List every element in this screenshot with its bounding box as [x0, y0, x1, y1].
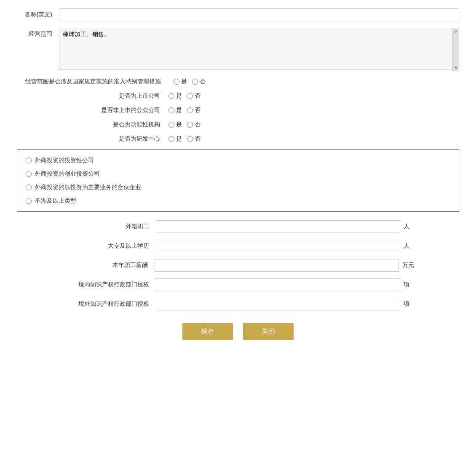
scrollbar: ∧ ∨ [452, 28, 459, 71]
investment-type-radio-2[interactable] [26, 184, 32, 190]
college-edu-label: 大专及以上学历 [63, 242, 156, 250]
functional-org-row: 是否为功能性机构 是 否 [17, 121, 459, 128]
listed-no-option[interactable]: 否 [187, 92, 201, 100]
rd-center-yes-option[interactable]: 是 [168, 135, 182, 143]
foreign-staff-input[interactable] [156, 220, 400, 233]
investment-type-radio-1[interactable] [26, 171, 32, 177]
college-edu-unit: 人 [400, 242, 413, 250]
domestic-ip-label: 境内知识产权行政部门授权 [63, 281, 156, 289]
special-mgmt-radio-group: 是 否 [174, 78, 206, 86]
rd-center-no-radio[interactable] [187, 136, 193, 142]
name-en-control [59, 8, 459, 21]
form-container: 各称(英文) 经营范围 棒球加工、销售。 ∧ ∨ 经营范围是否涉及国家规定实施的… [17, 8, 459, 348]
listed-yes-radio[interactable] [168, 93, 174, 99]
non-listed-public-no-option[interactable]: 否 [187, 107, 201, 114]
name-en-label: 各称(英文) [17, 8, 59, 19]
rd-center-label: 是否为研发中心 [101, 135, 168, 143]
investment-type-label-3: 不涉及以上类型 [35, 197, 76, 205]
special-mgmt-yes-radio[interactable] [174, 79, 179, 85]
foreign-staff-row: 外籍职工 人 [17, 220, 459, 233]
salary-unit: 万元 [399, 262, 414, 269]
scroll-down-icon[interactable]: ∨ [453, 64, 459, 71]
non-listed-public-yes-radio[interactable] [168, 107, 174, 113]
listed-no-label: 否 [195, 92, 201, 100]
functional-org-no-radio[interactable] [187, 122, 193, 128]
functional-org-yes-radio[interactable] [168, 122, 174, 128]
business-scope-label: 经营范围 [17, 28, 59, 38]
non-listed-public-yes-option[interactable]: 是 [168, 107, 182, 114]
rd-center-yes-label: 是 [176, 135, 182, 143]
foreign-ip-unit: 项 [400, 300, 413, 308]
scroll-up-icon[interactable]: ∧ [453, 28, 459, 35]
non-listed-public-radio-group: 是 否 [168, 107, 201, 114]
investment-type-item-2: 外商投资的以投资为主要业务的合伙企业 [26, 184, 450, 191]
business-scope-row: 经营范围 棒球加工、销售。 ∧ ∨ [17, 28, 459, 71]
investment-type-box: 外商投资的投资性公司 外商投资的创业投资公司 外商投资的以投资为主要业务的合伙企… [17, 150, 459, 212]
button-row: 保存 关闭 [17, 323, 459, 348]
special-mgmt-no-label: 否 [200, 78, 206, 86]
non-listed-public-yes-label: 是 [176, 107, 182, 114]
foreign-staff-label: 外籍职工 [63, 223, 156, 230]
close-button[interactable]: 关闭 [243, 323, 294, 340]
investment-type-item-0: 外商投资的投资性公司 [26, 157, 450, 164]
salary-label: 本年职工薪酬 [62, 262, 155, 269]
rd-center-radio-group: 是 否 [168, 135, 201, 143]
foreign-ip-row: 境外知识产权行政部门授权 项 [17, 298, 459, 310]
investment-type-label-0: 外商投资的投资性公司 [35, 157, 94, 164]
non-listed-public-label: 是否非上市的公众公司 [101, 107, 168, 114]
functional-org-no-label: 否 [195, 121, 201, 128]
business-scope-control: 棒球加工、销售。 ∧ ∨ [59, 28, 459, 71]
domestic-ip-unit: 项 [400, 281, 413, 289]
special-mgmt-no-radio[interactable] [192, 79, 198, 85]
salary-row: 本年职工薪酬 万元 [17, 259, 459, 272]
listed-no-radio[interactable] [187, 93, 193, 99]
listed-radio-group: 是 否 [168, 92, 201, 100]
investment-type-radio-3[interactable] [26, 198, 32, 204]
functional-org-no-option[interactable]: 否 [187, 121, 201, 128]
domestic-ip-row: 境内知识产权行政部门授权 项 [17, 278, 459, 291]
special-mgmt-yes-label: 是 [181, 78, 187, 86]
investment-type-label-2: 外商投资的以投资为主要业务的合伙企业 [35, 184, 141, 191]
listed-yes-option[interactable]: 是 [168, 92, 182, 100]
non-listed-public-no-radio[interactable] [187, 107, 193, 113]
listed-label: 是否为上市公司 [101, 92, 168, 100]
foreign-staff-unit: 人 [400, 223, 413, 230]
special-mgmt-no-option[interactable]: 否 [192, 78, 206, 86]
name-en-row: 各称(英文) [17, 8, 459, 21]
functional-org-radio-group: 是 否 [168, 121, 201, 128]
special-mgmt-row: 经营范围是否涉及国家规定实施的准入特别管理措施 是 否 [17, 78, 459, 86]
business-scope-textarea[interactable]: 棒球加工、销售。 [59, 28, 459, 70]
special-mgmt-yes-option[interactable]: 是 [174, 78, 187, 86]
investment-type-item-1: 外商投资的创业投资公司 [26, 170, 450, 178]
non-listed-public-row: 是否非上市的公众公司 是 否 [17, 107, 459, 114]
rd-center-no-option[interactable]: 否 [187, 135, 201, 143]
listed-row: 是否为上市公司 是 否 [17, 92, 459, 100]
functional-org-yes-option[interactable]: 是 [168, 121, 182, 128]
college-edu-input[interactable] [156, 240, 400, 252]
foreign-ip-label: 境外知识产权行政部门授权 [63, 300, 156, 308]
non-listed-public-no-label: 否 [195, 107, 201, 114]
special-mgmt-label: 经营范围是否涉及国家规定实施的准入特别管理措施 [25, 78, 174, 86]
rd-center-yes-radio[interactable] [168, 136, 174, 142]
rd-center-no-label: 否 [195, 135, 201, 143]
save-button[interactable]: 保存 [182, 323, 233, 340]
functional-org-yes-label: 是 [176, 121, 182, 128]
salary-input[interactable] [155, 259, 399, 272]
investment-type-label-1: 外商投资的创业投资公司 [35, 170, 100, 178]
college-edu-row: 大专及以上学历 人 [17, 240, 459, 252]
listed-yes-label: 是 [176, 92, 182, 100]
foreign-ip-input[interactable] [156, 298, 400, 310]
rd-center-row: 是否为研发中心 是 否 [17, 135, 459, 143]
name-en-input[interactable] [59, 8, 459, 21]
functional-org-label: 是否为功能性机构 [101, 121, 168, 128]
investment-type-item-3: 不涉及以上类型 [26, 197, 450, 205]
investment-type-radio-0[interactable] [26, 158, 32, 163]
domestic-ip-input[interactable] [156, 278, 400, 291]
